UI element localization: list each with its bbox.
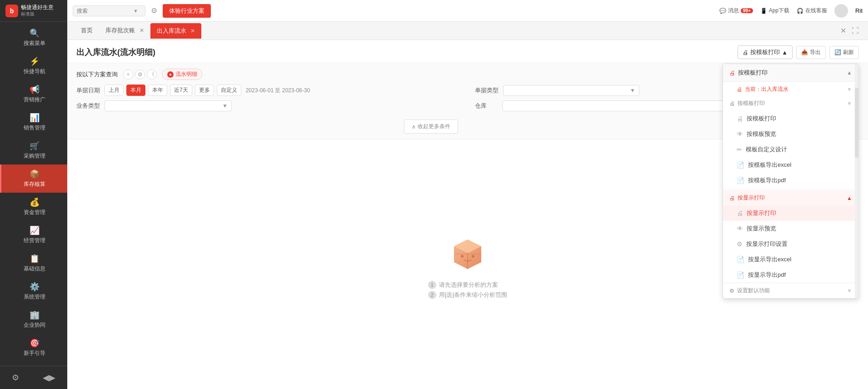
filter-tag[interactable]: ● 流水明细 bbox=[162, 69, 202, 80]
receipt-type-select[interactable]: ▼ bbox=[503, 85, 639, 96]
sidebar-collapse-btn[interactable]: ◀▶ bbox=[39, 371, 59, 384]
export-btn[interactable]: 📤 导出 bbox=[796, 46, 826, 59]
app-download-label: App下载 bbox=[769, 7, 789, 15]
sidebar-item-label: 采购管理 bbox=[24, 152, 45, 160]
template-excel-icon: 📄 bbox=[737, 161, 744, 169]
business-type-field: 业务类型 ▼ bbox=[76, 100, 460, 111]
current-chevron: ▼ bbox=[847, 86, 852, 93]
collapse-conditions-btn[interactable]: ∧ 收起更多条件 bbox=[404, 120, 458, 134]
message-label: 消息 bbox=[728, 7, 739, 15]
tab-batch-account[interactable]: 库存批次账 ✕ bbox=[99, 23, 150, 39]
sidebar-item-label: 企业协同 bbox=[24, 321, 45, 329]
dropdown-divider bbox=[723, 189, 858, 190]
industry-solution-button[interactable]: 体验行业方案 bbox=[163, 4, 211, 18]
sidebar-item-search[interactable]: 🔍 搜索菜单 bbox=[0, 24, 67, 52]
sidebar-item-purchase[interactable]: 🛒 采购管理 bbox=[0, 136, 67, 165]
sidebar-item-marketing[interactable]: 📢 营销推广 bbox=[0, 80, 67, 108]
sidebar-item-basic[interactable]: 📋 基础信息 bbox=[0, 249, 67, 277]
business-type-label: 业务类型 bbox=[76, 102, 100, 110]
date-filter: 上月 本月 本年 近7天 更多 自定义 bbox=[105, 85, 241, 96]
sidebar-item-operations[interactable]: 📈 经营管理 bbox=[0, 221, 67, 249]
display-preview-label: 按显示预览 bbox=[747, 224, 776, 233]
dropdown-header[interactable]: 🖨 按模板打印 ▲ bbox=[723, 64, 858, 82]
filter-collapse-btn[interactable]: 《 bbox=[147, 70, 157, 80]
template-print-label: 按模板打印 bbox=[747, 115, 776, 123]
dropdown-item-template-print[interactable]: 🖨 按模板打印 bbox=[723, 111, 858, 126]
receipt-type-label: 单据类型 bbox=[475, 86, 499, 95]
sidebar-item-finance[interactable]: 💰 资金管理 bbox=[0, 193, 67, 221]
dropdown-item-display-print[interactable]: 🖨 按显示打印 bbox=[723, 205, 858, 221]
customer-service-btn[interactable]: 🎧 在线客服 bbox=[797, 7, 827, 15]
display-print-section-header[interactable]: 🖨 按显示打印 ▲ bbox=[723, 190, 858, 205]
sidebar-item-guide[interactable]: 🎯 新手引导 bbox=[0, 334, 67, 362]
enterprise-icon: 🏢 bbox=[30, 310, 40, 320]
tab-close-batch[interactable]: ✕ bbox=[140, 27, 144, 34]
sidebar-item-label: 基础信息 bbox=[24, 265, 45, 273]
sidebar-item-label: 快捷导航 bbox=[24, 68, 45, 75]
sidebar-item-quick-nav[interactable]: ⚡ 快捷导航 bbox=[0, 52, 67, 80]
display-excel-label: 按显示导出excel bbox=[748, 255, 791, 264]
search-input[interactable] bbox=[77, 8, 131, 14]
template-print-section-header[interactable]: 🖨 按模板打印 ▼ bbox=[723, 96, 858, 111]
sidebar-settings-btn[interactable]: ⚙ bbox=[8, 371, 23, 384]
sidebar-item-system[interactable]: ⚙️ 系统管理 bbox=[0, 277, 67, 305]
display-print-label: 按显示打印 bbox=[747, 209, 776, 217]
sidebar-item-label: 新手引导 bbox=[24, 349, 45, 357]
tip-num-2: 2 bbox=[428, 291, 436, 299]
sidebar-item-label: 资金管理 bbox=[24, 209, 45, 216]
app-download-btn[interactable]: 📱 App下载 bbox=[760, 7, 789, 15]
business-type-select[interactable]: ▼ bbox=[105, 100, 232, 111]
date-btn-custom[interactable]: 自定义 bbox=[217, 85, 241, 96]
dropdown-collapse-icon[interactable]: ▲ bbox=[847, 70, 852, 76]
sidebar-item-inventory[interactable]: 📦 库存核算 bbox=[0, 165, 67, 193]
window-maximize-btn[interactable]: ⛶ bbox=[850, 27, 861, 35]
print-template-btn[interactable]: 🖨 按模板打印 ▲ bbox=[738, 45, 793, 59]
window-close-btn[interactable]: ✕ bbox=[838, 26, 848, 35]
dropdown-item-display-preview[interactable]: 👁 按显示预览 bbox=[723, 221, 858, 236]
date-btn-7days[interactable]: 近7天 bbox=[170, 85, 192, 96]
dropdown-current: 🖨 当前：出入库流水 ▼ bbox=[723, 82, 858, 96]
topbar-gear-icon[interactable]: ⚙ bbox=[151, 6, 157, 15]
message-btn[interactable]: 💬 消息 99+ bbox=[719, 7, 753, 15]
phone-icon: 📱 bbox=[760, 8, 767, 14]
dropdown-scrollbar[interactable] bbox=[855, 64, 858, 298]
dropdown-item-display-pdf[interactable]: 📄 按显示导出pdf bbox=[723, 267, 858, 283]
dropdown-item-template-pdf[interactable]: 📄 按模板导出pdf bbox=[723, 173, 858, 188]
display-settings-label: 按显示打印设置 bbox=[746, 240, 788, 248]
app-logo: b 畅捷通好生意 标准版 bbox=[0, 0, 67, 22]
date-btn-more[interactable]: 更多 bbox=[195, 85, 214, 96]
dropdown-item-display-settings[interactable]: ⚙ 按显示打印设置 bbox=[723, 236, 858, 252]
sidebar-item-label: 销售管理 bbox=[24, 124, 45, 132]
tab-close-flow[interactable]: ✕ bbox=[190, 28, 195, 34]
footer-chevron: ▼ bbox=[847, 288, 852, 294]
date-btn-last-month[interactable]: 上月 bbox=[105, 85, 124, 96]
tab-home[interactable]: 首页 bbox=[75, 23, 99, 39]
user-avatar[interactable] bbox=[834, 4, 848, 18]
sidebar-item-sales[interactable]: 📊 销售管理 bbox=[0, 108, 67, 136]
print-template-label: 按模板打印 bbox=[750, 48, 780, 56]
export-icon: 📤 bbox=[801, 49, 808, 55]
dropdown-item-template-custom[interactable]: ✏ 模板自定义设计 bbox=[723, 142, 858, 157]
tip-text-2: 用[选]条件来缩小分析范围 bbox=[439, 291, 507, 299]
search-chevron-icon: ▼ bbox=[133, 8, 138, 14]
sidebar-item-enterprise[interactable]: 🏢 企业协同 bbox=[0, 305, 67, 334]
filter-add-btn[interactable]: ＋ bbox=[123, 70, 133, 80]
sidebar-item-app-center[interactable]: 🔲 应用中心 bbox=[0, 362, 67, 366]
finance-icon: 💰 bbox=[30, 197, 40, 207]
filter-setting-btn[interactable]: ⚙ bbox=[135, 70, 145, 80]
refresh-btn[interactable]: 🔄 刷新 bbox=[829, 46, 859, 59]
sidebar-item-label: 库存核算 bbox=[24, 180, 45, 188]
tab-flow[interactable]: 出入库流水 ✕ bbox=[150, 23, 202, 39]
dropdown-item-template-excel[interactable]: 📄 按模板导出excel bbox=[723, 157, 858, 173]
date-btn-this-month[interactable]: 本月 bbox=[126, 85, 145, 96]
app-version: 标准版 bbox=[21, 11, 54, 17]
dropdown-item-template-preview[interactable]: 👁 按模板预览 bbox=[723, 126, 858, 142]
tip-num-1: 1 bbox=[428, 281, 436, 289]
date-btn-this-year[interactable]: 本年 bbox=[148, 85, 167, 96]
page-content: 出入库流水(流水明细) 🖨 按模板打印 ▲ 📤 导出 🔄 刷新 bbox=[67, 40, 868, 389]
dropdown-footer[interactable]: ⚙ 设置默认功能 ▼ bbox=[723, 283, 858, 298]
dropdown-item-display-excel[interactable]: 📄 按显示导出excel bbox=[723, 252, 858, 267]
print-chevron-icon: ▲ bbox=[782, 49, 788, 56]
system-icon: ⚙️ bbox=[30, 282, 40, 292]
topbar-search-box[interactable]: ▼ bbox=[73, 5, 145, 16]
